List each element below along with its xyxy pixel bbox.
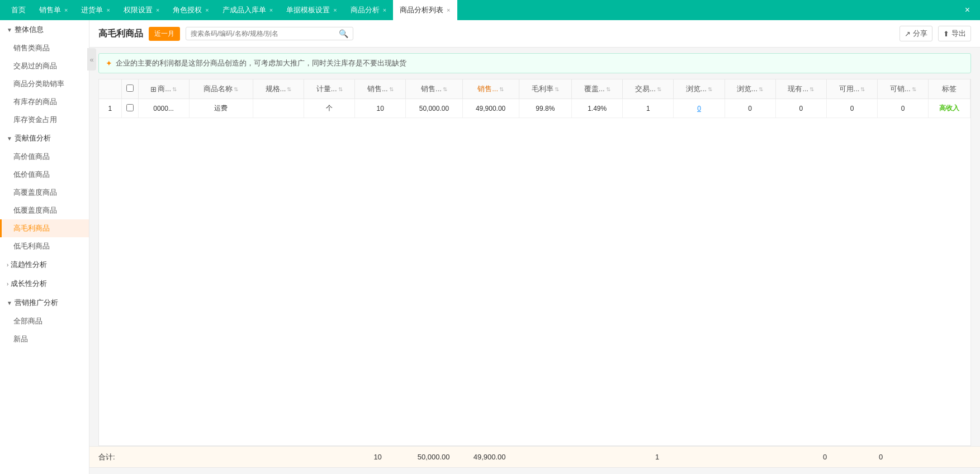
search-input[interactable] xyxy=(191,30,339,37)
top-nav: 首页 销售单 × 进货单 × 权限设置 × 角色授权 × 产成品入库单 × 单据… xyxy=(0,0,980,20)
col-browse2[interactable]: 浏览... ⇅ xyxy=(725,79,775,99)
contribution-arrow: ▼ xyxy=(7,135,12,142)
sort-unit[interactable]: ⇅ xyxy=(338,86,343,92)
search-icon[interactable]: 🔍 xyxy=(339,29,348,38)
sidebar-item-high-coverage[interactable]: 高覆盖度商品 xyxy=(0,184,89,201)
share-button[interactable]: ↗ 分享 xyxy=(899,26,932,41)
nav-template-close[interactable]: × xyxy=(333,7,337,13)
col-coverage[interactable]: 覆盖... ⇅ xyxy=(572,79,623,99)
sort-browse1[interactable]: ⇅ xyxy=(708,86,712,92)
info-banner: ✦ 企业的主要的利润都是这部分商品创造的，可考虑加大推广，同时关注库存是不要出现… xyxy=(98,53,971,73)
search-box: 🔍 xyxy=(186,27,353,40)
nav-analysis-list-close[interactable]: × xyxy=(447,7,450,13)
sort-browse2[interactable]: ⇅ xyxy=(759,86,763,92)
sort-current[interactable]: ⇅ xyxy=(809,86,814,92)
cell-coverage: 1.49% xyxy=(572,99,623,118)
sidebar-toggle[interactable]: « xyxy=(87,48,96,71)
nav-product-in[interactable]: 产成品入库单 × xyxy=(216,0,280,20)
col-current[interactable]: 现有... ⇅ xyxy=(775,79,826,99)
cell-browse1[interactable]: 0 xyxy=(674,99,725,118)
filter-recent-month[interactable]: 近一月 xyxy=(149,27,180,41)
col-saleable[interactable]: 可销... ⇅ xyxy=(878,79,929,99)
sidebar-item-low-coverage[interactable]: 低覆盖度商品 xyxy=(0,201,89,219)
sort-sales-qty[interactable]: ⇅ xyxy=(389,86,394,92)
col-spec[interactable]: 规格... ⇅ xyxy=(253,79,304,99)
nav-purchase-close[interactable]: × xyxy=(106,7,110,13)
nav-role-close[interactable]: × xyxy=(205,7,209,13)
sidebar-group-contribution[interactable]: ▼ 贡献值分析 xyxy=(0,129,89,148)
nav-template[interactable]: 单据模板设置 × xyxy=(280,0,343,20)
sidebar-group-marketing[interactable]: ▼ 营销推广分析 xyxy=(0,293,89,312)
col-name[interactable]: 商品名称 ⇅ xyxy=(189,79,253,99)
sidebar: ▼ 整体信息 销售类商品 交易过的商品 商品分类助销率 有库存的商品 库存资金占… xyxy=(0,20,89,474)
export-button[interactable]: ⬆ 导出 xyxy=(938,26,971,41)
sidebar-item-stock-capital[interactable]: 库存资金占用 xyxy=(0,111,89,129)
sidebar-item-new-goods[interactable]: 新品 xyxy=(0,330,89,348)
cell-usable: 0 xyxy=(826,99,877,118)
col-sales-qty[interactable]: 销售... ⇅ xyxy=(355,79,406,99)
info-icon: ✦ xyxy=(106,59,112,68)
nav-role[interactable]: 角色授权 × xyxy=(166,0,215,20)
footer-sales-cost: 49,900.00 xyxy=(467,453,512,461)
footer-current: 0 xyxy=(803,453,848,461)
col-unit[interactable]: 计量... ⇅ xyxy=(304,79,355,99)
sidebar-group-growth[interactable]: › 成长性分析 xyxy=(0,274,89,293)
cell-unit: 个 xyxy=(304,99,355,118)
sort-sales-amount[interactable]: ⇅ xyxy=(443,86,447,92)
bottom-scrollbar[interactable] xyxy=(89,467,980,474)
col-checkbox[interactable] xyxy=(121,79,138,99)
nav-analysis-list[interactable]: 商品分析列表 × xyxy=(393,0,457,20)
col-browse1[interactable]: 浏览... ⇅ xyxy=(674,79,725,99)
nav-home[interactable]: 首页 xyxy=(4,0,32,20)
sidebar-item-high-value[interactable]: 高价值商品 xyxy=(0,148,89,166)
cell-spec xyxy=(253,99,304,118)
col-gross-rate[interactable]: 毛利率 ⇅ xyxy=(519,79,571,99)
sort-name[interactable]: ⇅ xyxy=(234,86,238,92)
sidebar-item-in-stock[interactable]: 有库存的商品 xyxy=(0,93,89,111)
sidebar-group-overall[interactable]: ▼ 整体信息 xyxy=(0,20,89,39)
sort-gross-rate[interactable]: ⇅ xyxy=(555,86,559,92)
sort-saleable[interactable]: ⇅ xyxy=(912,86,916,92)
sort-code[interactable]: ⇅ xyxy=(172,86,177,92)
sidebar-item-category-rate[interactable]: 商品分类助销率 xyxy=(0,75,89,93)
col-usable[interactable]: 可用... ⇅ xyxy=(826,79,877,99)
sidebar-item-low-value[interactable]: 低价值商品 xyxy=(0,166,89,184)
select-all-checkbox[interactable] xyxy=(126,85,134,92)
sort-usable[interactable]: ⇅ xyxy=(860,86,865,92)
data-table: ⊞ 商... ⇅ 商品名称 ⇅ xyxy=(99,79,970,118)
nav-product-in-close[interactable]: × xyxy=(269,7,273,13)
window-close-button[interactable]: × xyxy=(959,5,976,15)
col-trade[interactable]: 交易... ⇅ xyxy=(623,79,674,99)
content-header: 高毛利商品 近一月 🔍 ↗ 分享 ⬆ 导出 xyxy=(89,20,980,48)
sidebar-item-high-margin[interactable]: 高毛利商品 xyxy=(0,219,89,237)
nav-permission[interactable]: 权限设置 × xyxy=(117,0,166,20)
sidebar-item-traded-goods[interactable]: 交易过的商品 xyxy=(0,57,89,75)
data-table-wrapper[interactable]: ⊞ 商... ⇅ 商品名称 ⇅ xyxy=(98,79,971,446)
cell-tag: 高收入 xyxy=(929,99,970,118)
sidebar-item-low-margin[interactable]: 低毛利商品 xyxy=(0,237,89,255)
col-tag[interactable]: 标签 xyxy=(929,79,970,99)
cell-checkbox[interactable] xyxy=(121,99,138,118)
nav-analysis-close[interactable]: × xyxy=(383,7,386,13)
table-row: 1 0000... 运费 个 10 50,000.00 49,900.00 99… xyxy=(99,99,970,118)
nav-permission-close[interactable]: × xyxy=(156,7,159,13)
nav-purchase[interactable]: 进货单 × xyxy=(74,0,116,20)
marketing-arrow: ▼ xyxy=(7,300,12,306)
row-checkbox[interactable] xyxy=(126,104,134,111)
sidebar-group-flow[interactable]: › 流趋性分析 xyxy=(0,255,89,274)
nav-sales[interactable]: 销售单 × xyxy=(32,0,74,20)
footer-sales-qty: 10 xyxy=(356,453,400,461)
sort-trade[interactable]: ⇅ xyxy=(657,86,661,92)
cell-sales-amount: 50,000.00 xyxy=(406,99,462,118)
sidebar-item-all-goods[interactable]: 全部商品 xyxy=(0,312,89,330)
sort-coverage[interactable]: ⇅ xyxy=(606,86,610,92)
col-sales-cost[interactable]: 销售... ⇅ xyxy=(462,79,519,99)
col-sales-amount[interactable]: 销售... ⇅ xyxy=(406,79,462,99)
sidebar-item-sales-goods[interactable]: 销售类商品 xyxy=(0,39,89,57)
sort-spec[interactable]: ⇅ xyxy=(287,86,291,92)
sort-sales-cost[interactable]: ⇅ xyxy=(499,86,504,92)
nav-analysis[interactable]: 商品分析 × xyxy=(344,0,393,20)
nav-sales-close[interactable]: × xyxy=(64,7,68,13)
main-layout: ▼ 整体信息 销售类商品 交易过的商品 商品分类助销率 有库存的商品 库存资金占… xyxy=(0,20,980,474)
col-code[interactable]: ⊞ 商... ⇅ xyxy=(138,79,189,99)
